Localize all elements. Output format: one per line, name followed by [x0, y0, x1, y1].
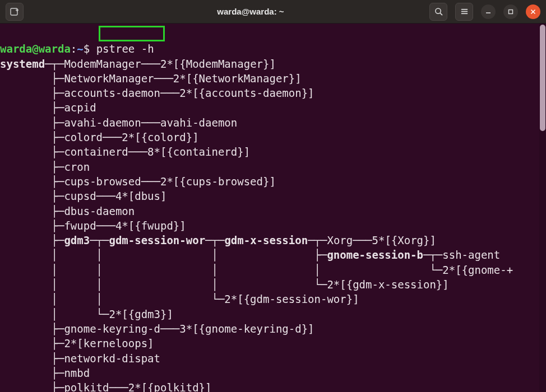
- minimize-icon: [485, 9, 491, 15]
- prompt-command: pstree -h: [96, 43, 154, 55]
- prompt-colon: :: [71, 43, 77, 55]
- scrollbar-thumb[interactable]: [540, 25, 545, 131]
- maximize-button[interactable]: [503, 4, 518, 19]
- window-title: warda@warda: ~: [107, 7, 395, 16]
- minimize-button[interactable]: [481, 4, 496, 19]
- svg-rect-9: [509, 10, 513, 13]
- scrollbar-track[interactable]: [539, 24, 546, 392]
- svg-rect-0: [11, 8, 17, 15]
- close-icon: [530, 9, 536, 15]
- search-button[interactable]: [429, 3, 447, 21]
- close-button[interactable]: [526, 4, 540, 19]
- search-icon: [434, 7, 443, 16]
- pstree-output: systemd─┬─ModemManager───2*[{ModemManage…: [0, 58, 513, 392]
- svg-line-4: [440, 13, 442, 15]
- prompt-path: ~: [77, 43, 83, 55]
- new-tab-button[interactable]: [6, 3, 24, 21]
- command-highlight-box: [99, 26, 165, 41]
- menu-button[interactable]: [455, 3, 473, 21]
- svg-point-3: [435, 8, 440, 13]
- new-tab-icon: [10, 7, 19, 16]
- prompt-user-host: warda@warda: [0, 43, 71, 55]
- hamburger-icon: [460, 7, 469, 16]
- terminal-viewport[interactable]: warda@warda:~$ pstree -h systemd─┬─Modem…: [0, 24, 546, 392]
- prompt-dollar: $: [84, 43, 90, 55]
- titlebar: warda@warda: ~: [0, 0, 546, 24]
- maximize-icon: [508, 9, 513, 15]
